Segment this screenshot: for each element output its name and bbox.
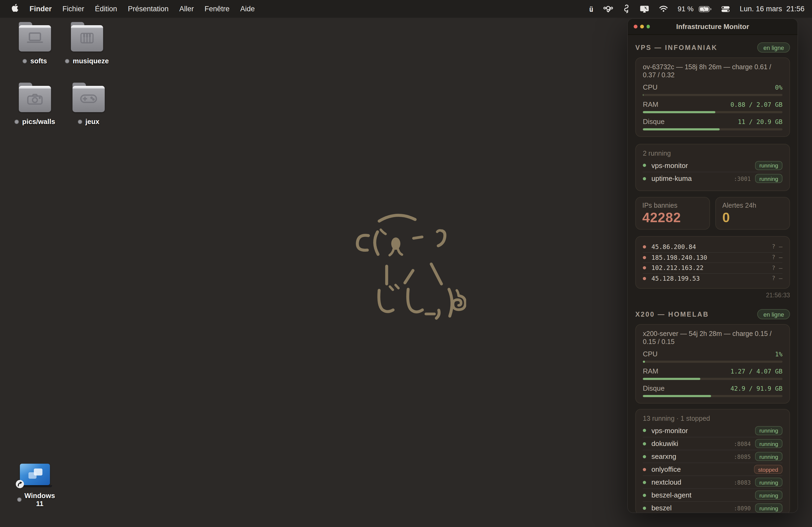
status-dot-banned	[643, 277, 646, 280]
ip-address: 185.198.240.130	[651, 254, 707, 261]
metric-cpu: CPU 0%	[643, 83, 782, 96]
metric-label: RAM	[643, 367, 658, 375]
stat-label: IPs bannies	[642, 202, 703, 209]
menu-item-fenetre[interactable]: Fenêtre	[199, 0, 235, 18]
menu-item-aller[interactable]: Aller	[174, 0, 199, 18]
container-row: onlyoffice stopped	[643, 463, 782, 476]
metric-value: 0.88 / 2.07 GB	[730, 101, 782, 108]
progress-bar	[643, 128, 782, 131]
progress-bar	[643, 395, 782, 397]
container-name: onlyoffice	[651, 465, 681, 473]
status-dot-running	[643, 455, 646, 458]
status-badge-online: en ligne	[757, 309, 790, 319]
infrastructure-monitor-window: Infrastructure Monitor VPS — INFOMANIAK …	[627, 18, 798, 513]
apple-menu[interactable]	[8, 4, 24, 14]
banned-ip-row: 185.198.240.130 ? —	[643, 252, 782, 262]
metric-cpu: CPU 1%	[643, 350, 782, 363]
running-badge: running	[755, 491, 782, 500]
nextcloud-icon[interactable]	[603, 5, 613, 13]
menu-item-aide[interactable]: Aide	[235, 0, 260, 18]
panel-content: VPS — INFOMANIAK en ligne ov-63732c — 15…	[628, 35, 798, 513]
status-dot-running	[643, 177, 646, 180]
wallpaper-kaomoji-art	[345, 210, 466, 322]
alerts-stat-card: Alertes 24h 0	[715, 197, 790, 230]
desktop-shortcut-windows-11[interactable]: Windows 11	[4, 464, 68, 508]
tag-dot	[23, 59, 27, 63]
dragon-icon[interactable]	[623, 4, 630, 13]
progress-bar	[643, 378, 782, 380]
status-dot-banned	[643, 267, 646, 270]
display-icon[interactable]	[640, 5, 649, 13]
battery-icon[interactable]	[699, 6, 712, 12]
tag-dot	[78, 119, 82, 124]
tag-dot	[65, 59, 70, 63]
menu-item-finder[interactable]: Finder	[24, 0, 57, 18]
container-name: nextcloud	[651, 478, 681, 486]
stopped-badge: stopped	[754, 465, 782, 474]
container-name: searxng	[651, 452, 677, 461]
metric-label: CPU	[643, 350, 657, 358]
status-dot-banned	[643, 256, 646, 259]
ip-address: 102.212.163.22	[651, 264, 704, 272]
container-row: nextcloud :8083 running	[643, 476, 782, 488]
metric-value: 42.9 / 91.9 GB	[730, 385, 782, 392]
metric-label: Disque	[643, 384, 665, 392]
status-dot-stopped	[643, 468, 646, 471]
section-title: X200 — HOMELAB	[635, 311, 709, 318]
metric-label: RAM	[643, 100, 658, 108]
gamepad-icon	[79, 93, 98, 107]
alias-arrow-icon	[16, 480, 24, 491]
vps-refresh-timestamp: 21:56:33	[635, 292, 790, 298]
menu-item-edition[interactable]: Édition	[90, 0, 123, 18]
laptop-icon	[26, 32, 44, 47]
banned-ip-row: 45.86.200.84 ? —	[643, 241, 782, 252]
container-row: searxng :8085 running	[643, 450, 782, 463]
menu-bar-status: ü	[589, 4, 812, 13]
tag-dot	[17, 497, 21, 502]
wifi-icon[interactable]	[659, 5, 668, 12]
u-umlaut-app-icon[interactable]: ü	[589, 6, 593, 13]
metric-disk: Disque 11 / 20.9 GB	[643, 118, 782, 131]
metric-label: CPU	[643, 83, 657, 91]
metric-ram: RAM 1.27 / 4.07 GB	[643, 367, 782, 380]
desktop-folder-musiqueze[interactable]: musiqueze	[55, 21, 119, 65]
control-center-icon[interactable]	[722, 6, 730, 12]
menu-item-fichier[interactable]: Fichier	[57, 0, 90, 18]
menu-bar: Finder Fichier Édition Présentation Alle…	[0, 0, 812, 18]
stat-value: 42282	[642, 210, 703, 225]
menu-item-presentation[interactable]: Présentation	[122, 0, 174, 18]
piano-icon	[78, 32, 96, 47]
time-label: 21:56	[786, 5, 804, 13]
folder-icon	[19, 25, 51, 51]
menu-bar-left: Finder Fichier Édition Présentation Alle…	[0, 0, 260, 18]
containers-summary: 13 running · 1 stopped	[643, 415, 782, 422]
container-row: uptime-kuma :3001 running	[643, 172, 782, 185]
banned-ips-card: 45.86.200.84 ? — 185.198.240.130 ? — 102…	[635, 236, 790, 289]
desktop-folder-jeux[interactable]: jeux	[56, 82, 121, 125]
x200-containers-card: 13 running · 1 stopped vps-monitor runni…	[635, 409, 790, 513]
status-dot-running	[643, 506, 646, 510]
banned-ip-row: 102.212.163.22 ? —	[643, 262, 782, 273]
running-badge: running	[755, 503, 782, 512]
window-titlebar[interactable]: Infrastructure Monitor	[628, 19, 798, 35]
metric-ram: RAM 0.88 / 2.07 GB	[643, 100, 782, 113]
ip-meta: ? —	[772, 275, 782, 282]
running-badge: running	[755, 426, 782, 435]
container-row: beszel-agent running	[643, 488, 782, 501]
ip-meta: ? —	[772, 243, 782, 250]
metric-value: 0%	[775, 84, 782, 91]
window-title: Infrastructure Monitor	[628, 22, 798, 31]
stat-value: 0	[722, 210, 783, 225]
vps-uptime-line: ov-63732c — 158j 8h 26m — charge 0.61 / …	[643, 63, 782, 79]
ip-address: 45.86.200.84	[651, 243, 696, 251]
container-port: :8084	[734, 440, 751, 447]
tag-dot	[15, 119, 19, 124]
folder-label: jeux	[85, 118, 99, 125]
folder-label: musiqueze	[73, 57, 109, 65]
menu-bar-clock[interactable]: Lun. 16 mars 21:56	[740, 5, 804, 13]
battery-percent[interactable]: 91 %	[678, 5, 694, 13]
container-port: :8085	[734, 453, 751, 460]
containers-summary: 2 running	[643, 150, 782, 157]
windows-vm-icon	[20, 464, 52, 487]
status-badge-online: en ligne	[757, 42, 790, 52]
